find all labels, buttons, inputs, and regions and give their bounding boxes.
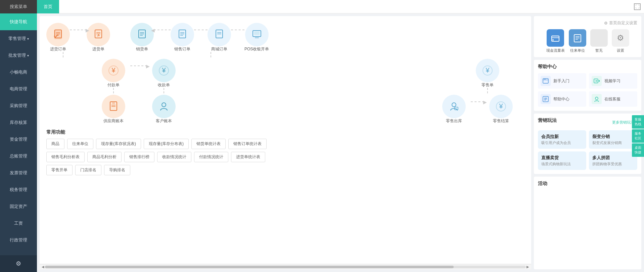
scroll-bar[interactable]: ◀ ▶ — [40, 264, 531, 269]
settings-button[interactable]: ⚙ — [0, 255, 37, 272]
float-btn-hotline[interactable]: 客服热线 — [632, 115, 644, 129]
node-sales-slip[interactable]: 销货单 — [130, 23, 154, 52]
workflow-panel: 进货订单 ▶ 进货单 — [40, 16, 531, 269]
svg-text:¥: ¥ — [162, 66, 166, 74]
fullscreen-button[interactable]: ⛶ — [634, 3, 641, 10]
sidebar-item-inventory[interactable]: 库存核算 — [0, 114, 37, 131]
svg-rect-44 — [543, 79, 548, 83]
svg-rect-21 — [255, 37, 259, 38]
float-btn-community[interactable]: 服务社区 — [632, 129, 644, 143]
func-btn-units[interactable]: 往来单位 — [67, 139, 93, 149]
right-panel: ⚙ 首页自定义设置 现金流量表 — [534, 16, 641, 269]
nav-icon-units[interactable]: 往来单位 — [569, 29, 586, 53]
chevron-down-icon: ▾ — [27, 54, 29, 57]
func-buttons-row2: 销售毛利分析表 商品毛利分析 销售排行榜 收款情况统计 付款情况统计 进货单统计… — [46, 152, 524, 162]
help-item-online-support[interactable]: 在线客服 — [589, 91, 637, 107]
sidebar-item-admin[interactable]: 行政管理 — [0, 232, 37, 248]
func-btn-receipt-stat[interactable]: 收款情况统计 — [157, 152, 191, 162]
node-pos[interactable]: POS收银开单 — [244, 23, 269, 52]
svg-rect-20 — [254, 32, 260, 35]
sidebar-item-fixed-assets[interactable]: 固定资产 — [0, 198, 37, 215]
common-functions: 常用功能 商品 往来单位 现存量(库存状况表) 现存量(库存分布表) 销货单统计… — [46, 129, 524, 175]
func-btn-sales-rank[interactable]: 销售排行榜 — [124, 152, 154, 162]
sidebar: 快捷导航 零售管理 ▾ 批发管理 ▾ 小畅电商 电商管理 采购管理 库存核算 资… — [0, 13, 37, 272]
common-func-title: 常用功能 — [46, 129, 524, 135]
marketing-item-livestream[interactable]: 直播卖货 场景式购物新玩法 — [538, 151, 586, 170]
svg-rect-38 — [552, 37, 559, 38]
node-retail-slip[interactable]: ¥ 零售单 — [471, 59, 504, 88]
marketing-grid: 会员拉新 吸引用户成为会员 裂变分销 裂变式发展分销商 直播卖货 场景式购物新玩… — [538, 130, 637, 170]
node-customer-ledger[interactable]: 客户账本 — [147, 95, 181, 124]
marketing-item-fission[interactable]: 裂变分销 裂变式发展分销商 — [589, 130, 637, 149]
func-btn-sales-profit[interactable]: 销售毛利分析表 — [46, 152, 85, 162]
svg-point-32 — [162, 103, 166, 107]
node-supplier-ledger[interactable]: 供应商账本 — [97, 95, 130, 124]
func-btn-sales-order-stat[interactable]: 销售订单统计表 — [228, 139, 267, 149]
svg-rect-31 — [112, 102, 115, 104]
node-purchase-order[interactable]: 进货订单 — [46, 23, 70, 52]
sidebar-item-ledger[interactable]: 总账管理 — [0, 148, 37, 165]
activity-title: 活动 — [538, 181, 637, 187]
help-center-section: 帮助中心 新手入门 视频学习 — [534, 60, 641, 111]
marketing-title: 营销玩法 — [538, 118, 557, 124]
help-item-video[interactable]: 视频学习 — [589, 73, 637, 89]
node-receipt[interactable]: ¥ 收款单 — [147, 59, 181, 88]
svg-marker-50 — [596, 80, 598, 82]
svg-point-47 — [545, 79, 546, 80]
sidebar-item-capital[interactable]: 资金管理 — [0, 131, 37, 148]
quick-nav-icons: 现金流量表 往来单位 暂无 — [538, 29, 637, 53]
chevron-down-icon: ▾ — [27, 37, 29, 41]
float-btn-desktop[interactable]: 桌面快捷 — [632, 143, 644, 157]
node-mall-order[interactable]: 商城订单 — [208, 23, 231, 52]
activity-section: 活动 — [534, 177, 641, 269]
node-sales-order[interactable]: 销售订单 — [171, 23, 194, 52]
nav-icon-cashflow[interactable]: 现金流量表 — [546, 29, 565, 53]
search-menu-button[interactable]: 搜索菜单 — [0, 0, 37, 13]
float-buttons: 客服热线 服务社区 桌面快捷 — [632, 115, 644, 157]
node-purchase-slip[interactable]: 进货单 — [87, 23, 110, 52]
sidebar-item-invoice[interactable]: 发票管理 — [0, 165, 37, 181]
help-grid: 新手入门 视频学习 帮助中心 — [538, 73, 637, 107]
settings-icon: ⚙ — [617, 33, 624, 43]
quick-nav-section: ⚙ 首页自定义设置 现金流量表 — [534, 16, 641, 57]
sidebar-item-salary[interactable]: 工资 — [0, 215, 37, 232]
marketing-item-member[interactable]: 会员拉新 吸引用户成为会员 — [538, 130, 586, 149]
func-buttons-row1: 商品 往来单位 现存量(库存状况表) 现存量(库存分布表) 销货单统计表 销售订… — [46, 139, 524, 149]
func-btn-inventory-status[interactable]: 现存量(库存状况表) — [96, 139, 141, 149]
svg-marker-49 — [598, 80, 600, 82]
node-retail-settlement[interactable]: ¥ 零售结算 — [484, 95, 518, 124]
node-payment[interactable]: ¥ 付款单 — [97, 59, 130, 88]
func-btn-goods-profit[interactable]: 商品毛利分析 — [87, 152, 122, 162]
svg-point-46 — [544, 79, 545, 80]
sidebar-item-ecommerce[interactable]: 小畅电商 — [0, 64, 37, 81]
func-buttons-row3: 零售开单 门店排名 导购排名 — [46, 165, 524, 175]
help-item-help[interactable]: 帮助中心 — [538, 91, 586, 107]
marketing-header: 营销玩法 更多营销玩法 > — [538, 118, 637, 127]
func-btn-store-rank[interactable]: 门店排名 — [75, 165, 101, 175]
help-item-beginner[interactable]: 新手入门 — [538, 73, 586, 89]
marketing-section: 营销玩法 更多营销玩法 > 会员拉新 吸引用户成为会员 裂变分销 裂变式发展分销… — [534, 114, 641, 174]
help-center-title: 帮助中心 — [538, 64, 637, 70]
sidebar-item-tax[interactable]: 税务管理 — [0, 181, 37, 198]
nav-icon-empty[interactable]: 暂无 — [590, 29, 608, 53]
func-btn-goods[interactable]: 商品 — [46, 139, 64, 149]
sidebar-item-retail[interactable]: 零售管理 ▾ — [0, 30, 37, 47]
marketing-item-group-buy[interactable]: 多人拼团 拼团购物享受优惠 — [589, 151, 637, 170]
home-tab[interactable]: 首页 — [37, 0, 59, 13]
sidebar-item-purchase[interactable]: 采购管理 — [0, 97, 37, 114]
scroll-right-arrow[interactable]: ▶ — [526, 265, 530, 269]
scroll-left-arrow[interactable]: ◀ — [41, 265, 45, 269]
node-retail-outbound[interactable]: 零售出库 — [437, 95, 471, 124]
sidebar-item-ecommerce-mgmt[interactable]: 电商管理 — [0, 81, 37, 97]
func-btn-payment-stat[interactable]: 付款情况统计 — [194, 152, 228, 162]
func-btn-sales-stat[interactable]: 销货单统计表 — [191, 139, 226, 149]
sidebar-item-quick-nav[interactable]: 快捷导航 — [0, 13, 37, 30]
svg-point-55 — [595, 97, 598, 100]
gear-icon: ⚙ — [16, 260, 21, 267]
func-btn-inventory-dist[interactable]: 现存量(库存分布表) — [144, 139, 189, 149]
func-btn-guide-rank[interactable]: 导购排名 — [104, 165, 130, 175]
sidebar-item-wholesale[interactable]: 批发管理 ▾ — [0, 47, 37, 64]
func-btn-retail-order[interactable]: 零售开单 — [46, 165, 73, 175]
func-btn-purchase-stat[interactable]: 进货单统计表 — [231, 152, 265, 162]
nav-icon-settings[interactable]: ⚙ 设置 — [612, 29, 629, 53]
